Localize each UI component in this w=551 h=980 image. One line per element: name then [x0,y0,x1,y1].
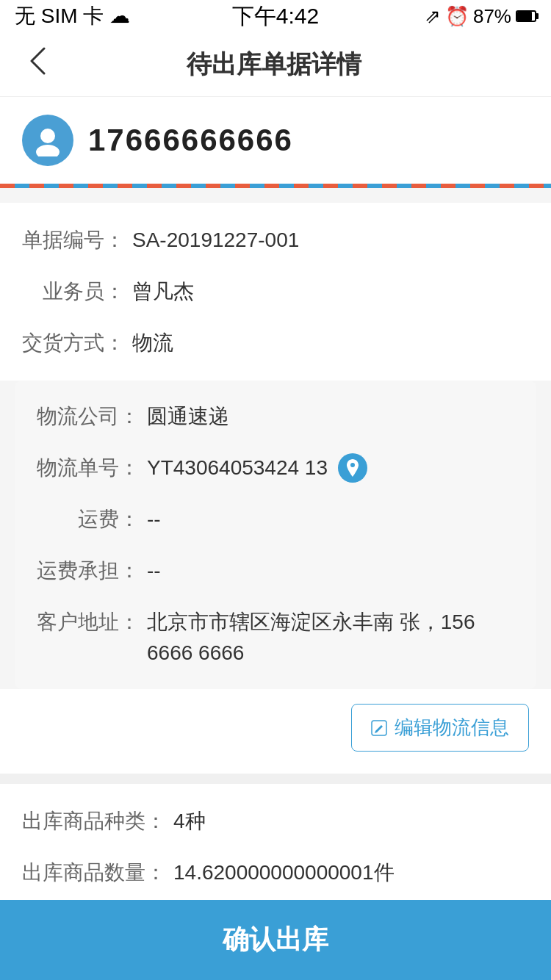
goods-section: 出库商品种类： 4种 出库商品数量： 14.620000000000001件 [0,784,551,910]
section-divider [0,774,551,784]
freight-label: 运费： [37,504,140,535]
logistics-company-value: 圆通速递 [140,401,514,432]
svg-point-1 [36,145,60,156]
delivery-value: 物流 [125,328,529,359]
tracking-number-row: 物流单号： YT43064053424 13 [37,453,514,483]
status-time: 下午4:42 [232,1,319,32]
page-title: 待出库单据详情 [53,48,495,82]
address-row: 客户地址： 北京市市辖区海淀区永丰南 张，156 6666 6666 [37,607,514,669]
goods-quantity-label: 出库商品数量： [22,857,166,888]
freight-bearer-label: 运费承担： [37,555,140,586]
freight-value: -- [140,504,514,535]
svg-point-0 [40,129,55,143]
goods-type-value: 4种 [166,806,529,837]
location-icon-btn[interactable] [338,453,367,483]
avatar [22,115,73,166]
address-label: 客户地址： [37,607,140,638]
status-right: ⇗ ⏰ 87% [425,5,536,28]
location-icon: ⇗ [425,5,441,28]
back-button[interactable] [22,40,53,89]
freight-bearer-value: -- [140,555,514,586]
document-number-row: 单据编号： SA-20191227-001 [22,225,529,256]
confirm-button[interactable]: 确认出库 [223,922,328,958]
edit-logistics-button[interactable]: 编辑物流信息 [351,704,529,752]
goods-type-row: 出库商品种类： 4种 [22,806,529,837]
basic-info-section: 单据编号： SA-20191227-001 业务员： 曾凡杰 交货方式： 物流 [0,203,551,381]
address-value: 北京市市辖区海淀区永丰南 张，156 6666 6666 [140,607,514,669]
status-left: 无 SIM 卡 ☁ [15,2,130,30]
goods-quantity-row: 出库商品数量： 14.620000000000001件 [22,857,529,888]
battery-percent: 87% [473,5,511,28]
confirm-btn-wrap: 确认出库 [0,900,551,980]
user-phone: 17666666666 [88,123,293,158]
logistics-company-label: 物流公司： [37,401,140,432]
edit-logistics-label: 编辑物流信息 [395,715,509,741]
user-header: 17666666666 [0,97,551,184]
battery-icon [516,10,536,22]
salesperson-row: 业务员： 曾凡杰 [22,276,529,307]
delivery-label: 交货方式： [22,328,125,359]
delivery-row: 交货方式： 物流 [22,328,529,359]
salesperson-label: 业务员： [22,276,125,307]
tracking-number-value: YT43064053424 13 [140,453,514,483]
document-number-value: SA-20191227-001 [125,225,529,256]
logistics-card: 物流公司： 圆通速递 物流单号： YT43064053424 13 运费： --… [15,381,536,689]
nav-bar: 待出库单据详情 [0,32,551,97]
status-bar: 无 SIM 卡 ☁ 下午4:42 ⇗ ⏰ 87% [0,0,551,32]
goods-quantity-value: 14.620000000000001件 [166,857,529,888]
dashed-separator [0,184,551,188]
freight-bearer-row: 运费承担： -- [37,555,514,586]
sim-status: 无 SIM 卡 ☁ [15,2,130,30]
document-number-label: 单据编号： [22,225,125,256]
logistics-company-row: 物流公司： 圆通速递 [37,401,514,432]
tracking-number-label: 物流单号： [37,453,140,483]
salesperson-value: 曾凡杰 [125,276,529,307]
alarm-icon: ⏰ [445,5,469,28]
goods-type-label: 出库商品种类： [22,806,166,837]
freight-row: 运费： -- [37,504,514,535]
edit-logistics-section: 编辑物流信息 [0,689,551,774]
